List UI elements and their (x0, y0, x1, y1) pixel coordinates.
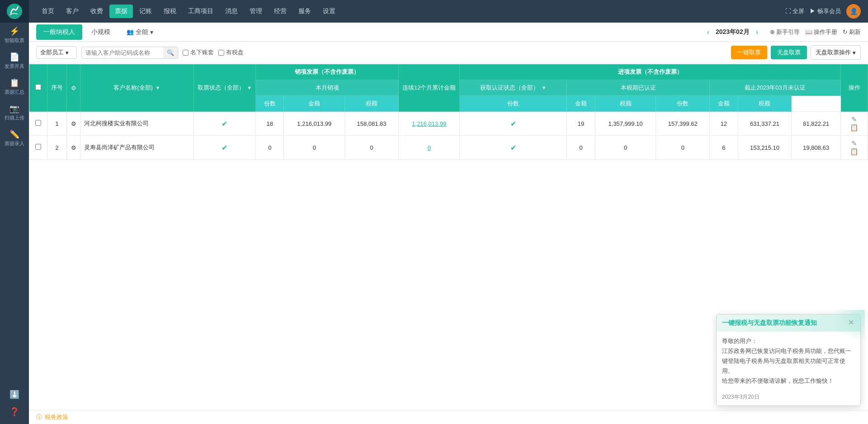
row-checkbox[interactable] (29, 136, 47, 160)
sidebar-item-help[interactable]: ❓ (0, 404, 29, 419)
nav-tax[interactable]: 报税 (158, 5, 182, 18)
nav-economy[interactable]: 经营 (269, 5, 292, 18)
row-pur-deadline-amount: 631,337.21 (738, 112, 792, 136)
nav-invoice[interactable]: 票据 (109, 5, 133, 18)
notification-panel: 一键报税与无盘取票功能恢复通知 ✕ 尊敬的用户： 江苏政务网已恢复访问电子税务局… (716, 314, 861, 406)
employee-select[interactable]: 全部员工 ▾ (36, 46, 77, 59)
notif-apology: 给您带来的不便敬请谅解，祝您工作愉快！ (722, 376, 855, 386)
manual-btn[interactable]: 📖 操作手册 (805, 28, 837, 36)
status-text: 税务政策 (45, 413, 68, 421)
row-pur-deadline-count: 12 (710, 112, 738, 136)
nav-manage[interactable]: 管理 (244, 5, 268, 18)
sidebar-bottom: ⬇️ ❓ (0, 387, 29, 424)
statusbar[interactable]: ⓘ 税务政策 (29, 410, 868, 424)
fetch-all-btn[interactable]: 一键取票 (731, 46, 767, 59)
help-icon: ❓ (9, 408, 19, 416)
row-pur-deadline-amount: 153,215.10 (738, 136, 792, 160)
search-button[interactable]: 🔍 (163, 47, 178, 58)
new-guide-btn[interactable]: ⊕ 新手引导 (770, 28, 800, 36)
checkbox-has-disk[interactable]: 有税盘 (218, 48, 244, 57)
sidebar-item-scan-upload[interactable]: 📷 扫描上传 (0, 100, 29, 126)
tabbar: 一般纳税人 小规模 👥 全能 ▾ ‹ 2023年02月 › ⊕ 新手引导 📖 操… (29, 23, 868, 42)
th-sales-amount: 金额 (284, 96, 345, 112)
row-cert-status: ✔ (460, 112, 567, 136)
nav-settings[interactable]: 设置 (317, 5, 341, 18)
sidebar-item-invoice-entry[interactable]: ✏️ 票据录入 (0, 126, 29, 152)
edit-icon[interactable]: ✎ (851, 139, 857, 147)
sidebar-item-smart-fetch[interactable]: ⚡ 智能取票 (0, 23, 29, 48)
user-group-icon: 👥 (127, 29, 134, 35)
user-avatar[interactable]: 👤 (846, 4, 861, 19)
table-row: 1 ⚙ 河北柯搜楼实业有限公司 ✔ 18 1,216,013.99 158,08… (29, 112, 868, 136)
more-actions-btn[interactable]: 无盘取票操作 ▾ (811, 45, 861, 60)
notif-title: 一键报税与无盘取票功能恢复通知 (722, 319, 817, 327)
checkbox-has-disk-label: 有税盘 (226, 48, 244, 57)
fetch-status-filter-icon[interactable]: ▼ (247, 85, 252, 91)
row-pur-period-tax: 157,399.62 (656, 112, 710, 136)
checkbox-my-accounts[interactable]: 名下账套 (183, 48, 214, 57)
row-cert-status: ✔ (460, 136, 567, 160)
sidebar-logo (0, 0, 29, 23)
nav-billing[interactable]: 收费 (85, 5, 108, 18)
row-sales-count: 18 (256, 112, 284, 136)
th-purchase-deadline: 截止2023年03月未认证 (710, 80, 841, 96)
row-settings-icon[interactable]: ⚙ (67, 136, 80, 160)
sidebar-item-label: 票据汇总 (5, 89, 24, 95)
th-pur-deadline-count: 份数 (656, 96, 710, 112)
row-sales-tax: 158,081.83 (345, 112, 399, 136)
search-input[interactable] (82, 48, 163, 58)
fullscreen-btn[interactable]: ⛶ 全屏 (785, 7, 805, 15)
no-disk-fetch-btn[interactable]: 无盘取票 (771, 46, 807, 59)
sidebar-item-issue-invoice[interactable]: 📄 发票开具 (0, 48, 29, 74)
employee-label: 全部员工 (40, 48, 64, 57)
row-settings-icon[interactable]: ⚙ (67, 112, 80, 136)
sidebar-item-label: 票据录入 (5, 140, 24, 147)
th-sales-tax: 税额 (345, 96, 399, 112)
refresh-btn[interactable]: ↻ 刷新 (843, 28, 861, 36)
has-disk-checkbox[interactable] (218, 50, 224, 56)
row-no: 1 (47, 112, 67, 136)
invoice-entry-icon: ✏️ (9, 130, 19, 138)
row-sales-tax: 0 (345, 136, 399, 160)
detail-icon[interactable]: 📋 (850, 148, 859, 155)
nav-customer[interactable]: 客户 (61, 5, 84, 18)
th-pur-deadline-tax: 税额 (738, 96, 792, 112)
detail-icon[interactable]: 📋 (850, 124, 859, 131)
row-pur-deadline-tax: 19,808.63 (792, 136, 841, 160)
th-action: 操作 (841, 64, 868, 112)
my-accounts-checkbox[interactable] (183, 50, 189, 56)
notif-footer: 2023年3月20日 (717, 391, 860, 405)
edit-icon[interactable]: ✎ (851, 115, 857, 123)
row-sales-amount: 1,216,013.99 (284, 112, 345, 136)
nav-home[interactable]: 首页 (36, 5, 60, 18)
tab-small[interactable]: 小规模 (84, 24, 118, 40)
tab-general[interactable]: 一般纳税人 (36, 24, 82, 40)
th-sales-group: 销项发票（不含作废票） (256, 64, 399, 80)
customer-filter-icon[interactable]: ▼ (156, 85, 160, 91)
nav-business[interactable]: 工商项目 (183, 5, 219, 18)
row-sales-12[interactable]: 1,216,013.99 (399, 112, 460, 136)
nav-bookkeeping[interactable]: 记账 (134, 5, 157, 18)
select-all-checkbox[interactable] (35, 84, 41, 90)
invoice-summary-icon: 📋 (9, 79, 19, 87)
more-dropdown-icon: ▾ (853, 49, 856, 56)
prev-month-btn[interactable]: ‹ (704, 27, 712, 37)
cert-status-filter-icon[interactable]: ▼ (542, 85, 547, 91)
th-sales-12: 连续12个月累计金额 (399, 64, 460, 112)
tab-all-dropdown-icon: ▾ (150, 29, 153, 36)
notif-content: 江苏政务网已恢复访问电子税务局功能，您代账一键登陆电子税务局与无盘取票相关功能可… (722, 346, 855, 376)
row-checkbox[interactable] (29, 112, 47, 136)
th-pur-period-amount: 金额 (567, 96, 595, 112)
sidebar-item-download[interactable]: ⬇️ (0, 387, 29, 402)
next-month-btn[interactable]: › (753, 27, 761, 37)
member-btn[interactable]: ▶ 畅享会员 (810, 7, 841, 15)
filterbar: 全部员工 ▾ 🔍 名下账套 有税盘 一键取票 无盘取票 无盘取票操作 ▾ (29, 42, 868, 64)
tab-general-label: 一般纳税人 (43, 28, 75, 36)
issue-invoice-icon: 📄 (9, 53, 19, 61)
sidebar-item-invoice-summary[interactable]: 📋 票据汇总 (0, 74, 29, 100)
nav-message[interactable]: 消息 (220, 5, 243, 18)
nav-service[interactable]: 服务 (293, 5, 316, 18)
row-sales-12[interactable]: 0 (399, 136, 460, 160)
row-pur-deadline-tax: 81,822.21 (792, 112, 841, 136)
tab-all[interactable]: 👥 全能 ▾ (119, 24, 160, 40)
